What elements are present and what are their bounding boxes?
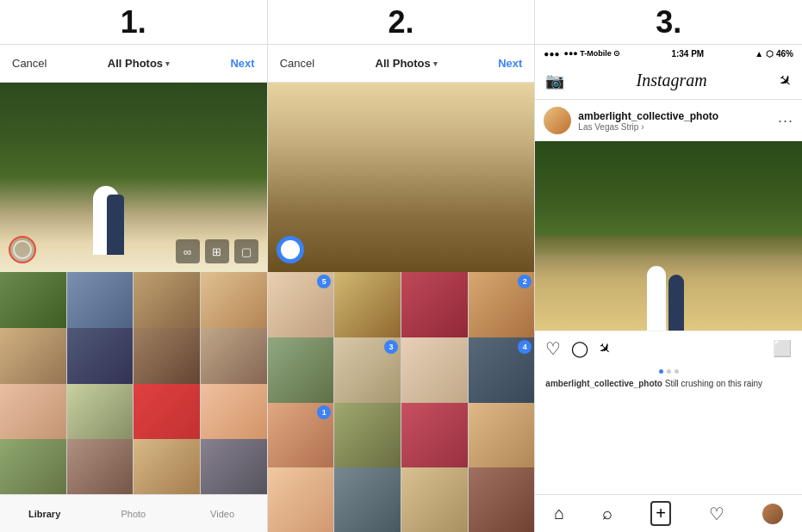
- ig-heart-icon[interactable]: ♡: [709, 504, 724, 524]
- status-time: 1:34 PM: [671, 49, 704, 59]
- step-2-label: 2.: [268, 0, 536, 44]
- panel-2-photo-view: [268, 83, 535, 272]
- panel-2-title: All Photos ▾: [376, 57, 438, 70]
- tab-photo[interactable]: Photo: [89, 495, 177, 532]
- grid-cell[interactable]: [134, 439, 200, 494]
- ig-profile-icon[interactable]: [762, 504, 783, 524]
- panel-1-next-button[interactable]: Next: [230, 57, 254, 70]
- step-numbers-bar: 1. 2. 3.: [0, 0, 802, 45]
- grid-cell[interactable]: [334, 272, 401, 338]
- post-image: [535, 141, 802, 331]
- infinity-icon[interactable]: ∞: [176, 239, 200, 263]
- ig-top-nav: 📷 Instagram ✈: [535, 62, 802, 100]
- post-more-button[interactable]: ···: [778, 112, 793, 130]
- panel-1-toolbar: ∞ ⊞ ▢: [176, 239, 258, 263]
- panels-container: Cancel All Photos ▾ Next ∞ ⊞ ▢: [0, 45, 802, 532]
- post-user-info: amberlight_collective_photo Las Vegas St…: [578, 110, 771, 132]
- like-icon[interactable]: ♡: [545, 338, 561, 359]
- caption-text: Still crushing on this rainy: [665, 379, 762, 388]
- panel-1-circle-inner: [13, 240, 32, 259]
- bookmark-icon[interactable]: ⬜: [773, 339, 792, 358]
- panel-1-photo-grid: [0, 272, 267, 494]
- status-bar: ●●● ●●● T-Mobile ⊙ 1:34 PM ▲ ⬡ 46%: [535, 45, 802, 62]
- status-carrier: ●●● ●●● T-Mobile ⊙: [544, 49, 620, 59]
- grid-badge: 1: [317, 405, 331, 419]
- panel-2-chevron-icon: ▾: [433, 59, 438, 68]
- grid-cell[interactable]: 5: [268, 272, 334, 338]
- square-icon[interactable]: ▢: [234, 239, 258, 263]
- ig-add-icon[interactable]: +: [650, 501, 671, 526]
- panel-2-next-button[interactable]: Next: [498, 57, 522, 70]
- status-battery: ▲ ⬡ 46%: [755, 49, 793, 59]
- dot: [675, 369, 679, 374]
- panel-2-select-button[interactable]: [277, 236, 304, 263]
- grid-badge: 3: [384, 340, 398, 354]
- grid-cell[interactable]: [268, 337, 334, 404]
- panel-1-photo-view: ∞ ⊞ ▢: [0, 83, 267, 272]
- avatar: [544, 107, 571, 134]
- grid-cell[interactable]: [401, 337, 468, 404]
- grid-cell[interactable]: [334, 467, 401, 532]
- grid-cell[interactable]: [401, 403, 468, 469]
- dots-indicator: [535, 366, 802, 377]
- panel-1-nav: Cancel All Photos ▾ Next: [0, 45, 267, 83]
- share-icon[interactable]: ✈: [594, 338, 616, 360]
- grid-badge: 4: [518, 340, 532, 354]
- post-location[interactable]: Las Vegas Strip ›: [578, 122, 771, 132]
- panel-2-photo-grid: 5 2 3 4 1: [268, 272, 535, 532]
- step-3-label: 3.: [535, 0, 802, 44]
- grid-cell[interactable]: 2: [469, 272, 535, 338]
- send-icon[interactable]: ✈: [774, 69, 796, 91]
- grid-cell[interactable]: 1: [268, 403, 334, 469]
- panel-1-title: All Photos ▾: [108, 57, 170, 70]
- grid-cell[interactable]: [469, 403, 535, 469]
- grid-cell[interactable]: [268, 467, 334, 532]
- dot: [667, 369, 671, 374]
- panel-3: ●●● ●●● T-Mobile ⊙ 1:34 PM ▲ ⬡ 46% 📷 Ins…: [535, 45, 802, 532]
- camera-icon[interactable]: 📷: [545, 71, 564, 90]
- grid-badge: 5: [317, 275, 331, 288]
- panel-2-main-photo: [268, 83, 535, 272]
- panel-2-nav: Cancel All Photos ▾ Next: [268, 45, 535, 83]
- caption-username: amberlight_collective_photo: [545, 379, 662, 388]
- grid-cell[interactable]: 4: [469, 337, 535, 404]
- panel-2: Cancel All Photos ▾ Next 5 2 3: [268, 45, 536, 532]
- grid-cell[interactable]: [334, 403, 401, 469]
- grid-cell[interactable]: [67, 439, 134, 494]
- ig-search-icon[interactable]: ⌕: [602, 504, 612, 523]
- tab-video[interactable]: Video: [177, 495, 266, 532]
- post-actions: ♡ ◯ ✈ ⬜: [535, 331, 802, 366]
- grid-cell[interactable]: [469, 467, 535, 532]
- grid-cell[interactable]: [201, 439, 267, 494]
- dot-active: [659, 369, 663, 374]
- grid-cell[interactable]: [0, 439, 66, 494]
- post-username[interactable]: amberlight_collective_photo: [578, 110, 771, 122]
- panel-1: Cancel All Photos ▾ Next ∞ ⊞ ▢: [0, 45, 268, 532]
- instagram-logo: Instagram: [637, 71, 707, 90]
- panel-1-select-button[interactable]: [9, 236, 36, 263]
- grid-icon[interactable]: ⊞: [205, 239, 229, 263]
- post-header: amberlight_collective_photo Las Vegas St…: [535, 100, 802, 141]
- ig-bottom-nav: ⌂ ⌕ + ♡: [535, 494, 802, 532]
- grid-cell[interactable]: [401, 272, 468, 338]
- grid-cell[interactable]: 3: [334, 337, 401, 404]
- panel-2-cancel-button[interactable]: Cancel: [280, 57, 314, 70]
- panel-1-tab-bar: Library Photo Video: [0, 494, 267, 532]
- panel-1-chevron-icon: ▾: [165, 59, 170, 68]
- ig-home-icon[interactable]: ⌂: [554, 504, 564, 523]
- step-1-label: 1.: [0, 0, 268, 44]
- post-caption: amberlight_collective_photo Still crushi…: [535, 377, 802, 393]
- panel-1-cancel-button[interactable]: Cancel: [12, 57, 47, 70]
- grid-badge: 2: [518, 275, 532, 288]
- grid-cell[interactable]: [401, 467, 468, 532]
- tab-library[interactable]: Library: [0, 495, 89, 532]
- comment-icon[interactable]: ◯: [571, 339, 588, 358]
- panel-2-circle-inner: [281, 240, 300, 259]
